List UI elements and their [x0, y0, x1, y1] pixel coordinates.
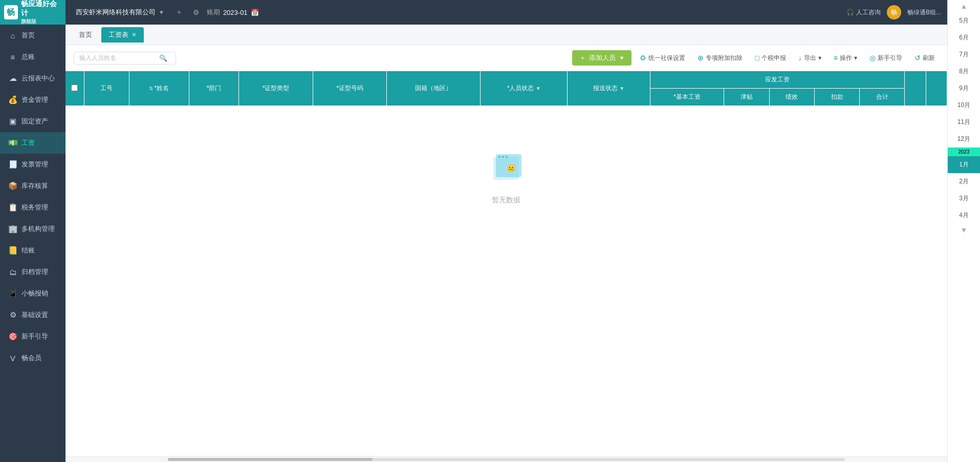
sidebar-item-home[interactable]: ⌂ 首页 — [0, 25, 66, 46]
sidebar: 畅 畅应通好会计 旗舰版 ⌂ 首页 ≡ 总账 ☁ 云报表中心 💰 资金管理 ▣ … — [0, 0, 66, 462]
finance-icon: 💰 — [8, 95, 17, 104]
headset-icon: 🎧 — [846, 9, 854, 16]
content-area: 🔍 ＋ 添加人员 ▼ ⚙ 统一社保设置 ⊕ 专项附加扣除 □ 个税申报 ↓ — [66, 45, 947, 462]
search-input[interactable] — [79, 54, 156, 61]
sidebar-item-cloud-report[interactable]: ☁ 云报表中心 — [0, 68, 66, 89]
svg-text:😐: 😐 — [507, 164, 516, 173]
org-icon: 🏢 — [8, 224, 17, 234]
scroll-down-button[interactable]: ▼ — [948, 224, 980, 236]
horizontal-scrollbar[interactable] — [66, 456, 947, 462]
sidebar-item-invoice[interactable]: 🧾 发票管理 — [0, 154, 66, 175]
assets-icon: ▣ — [8, 117, 17, 126]
sidebar-item-label: 资金管理 — [21, 95, 48, 104]
tax-report-button[interactable]: □ 个税申报 — [751, 52, 790, 65]
inventory-icon: 📦 — [8, 181, 17, 191]
special-deduction-button[interactable]: ⊕ 专项附加扣除 — [693, 52, 747, 65]
toolbar: 🔍 ＋ 添加人员 ▼ ⚙ 统一社保设置 ⊕ 专项附加扣除 □ 个税申报 ↓ — [66, 45, 947, 71]
topbar: 西安虾米网络科技有限公司 ▼ ＋ ⚙ 账期 2023-01 📅 🎧 人工咨询 畅… — [66, 0, 947, 25]
sidebar-item-expense[interactable]: 📱 小畅报销 — [0, 283, 66, 304]
sidebar-item-label: 小畅报销 — [21, 289, 48, 298]
tab-home[interactable]: 首页 — [72, 27, 99, 43]
month-9[interactable]: 9月 — [948, 80, 980, 97]
select-all-checkbox[interactable] — [71, 85, 78, 91]
company-name: 西安虾米网络科技有限公司 — [76, 8, 156, 17]
month-4[interactable]: 4月 — [948, 207, 980, 224]
sidebar-item-label: 库存核算 — [21, 181, 48, 191]
empty-state: 😐 暂无数据 — [66, 106, 947, 246]
archive-icon: 🗂 — [8, 268, 17, 277]
sidebar-item-close-account[interactable]: 📒 结账 — [0, 240, 66, 261]
sidebar-item-label: 多机构管理 — [21, 224, 55, 234]
month-11[interactable]: 11月 — [948, 114, 980, 131]
th-person-status[interactable]: *人员状态 ▼ — [480, 71, 568, 106]
sidebar-item-label: 发票管理 — [21, 160, 48, 169]
calendar-icon[interactable]: 📅 — [251, 9, 259, 16]
th-id-number: *证型号码 — [313, 71, 387, 106]
sidebar-item-salary[interactable]: 💵 工资 — [0, 132, 66, 154]
sidebar-item-multi-org[interactable]: 🏢 多机构管理 — [0, 218, 66, 240]
logo-icon: 畅 — [4, 5, 18, 19]
month-12[interactable]: 12月 — [948, 131, 980, 148]
guide-label: 新手引导 — [878, 54, 902, 62]
tab-home-label: 首页 — [79, 30, 92, 39]
company-selector[interactable]: 西安虾米网络科技有限公司 ▼ — [72, 6, 168, 19]
company-dropdown-icon: ▼ — [159, 9, 164, 15]
export-button[interactable]: ↓ 导出 ▾ — [794, 52, 825, 65]
th-salary-group: 应发工资 — [650, 71, 905, 89]
th-name[interactable]: ⇅ *姓名 — [129, 71, 189, 106]
month-7[interactable]: 7月 — [948, 46, 980, 63]
user-avatar[interactable]: 畅 — [887, 5, 901, 19]
add-company-button[interactable]: ＋ — [172, 6, 186, 19]
sidebar-item-settings[interactable]: ⚙ 基础设置 — [0, 304, 66, 326]
person-status-filter-icon[interactable]: ▼ — [536, 86, 541, 91]
report-status-filter-icon[interactable]: ▼ — [619, 86, 624, 91]
sidebar-item-archive[interactable]: 🗂 归档管理 — [0, 261, 66, 283]
operations-button[interactable]: ≡ 操作 ▾ — [830, 52, 861, 65]
tax-label: 个税申报 — [761, 54, 786, 62]
scrollbar-thumb[interactable] — [168, 458, 373, 461]
export-icon: ↓ — [798, 54, 802, 62]
settings-icon[interactable]: ⚙ — [190, 6, 203, 18]
month-8[interactable]: 8月 — [948, 63, 980, 80]
month-10[interactable]: 10月 — [948, 97, 980, 114]
right-panel: ▲ 5月 6月 7月 8月 9月 10月 11月 12月 2023 1月 2月 … — [947, 0, 980, 462]
sidebar-item-tax[interactable]: 📋 税务管理 — [0, 197, 66, 218]
topbar-right: 🎧 人工咨询 畅 畅绿通B组... — [846, 5, 941, 19]
add-person-button[interactable]: ＋ 添加人员 ▼ — [572, 50, 631, 66]
add-button-label: 添加人员 — [589, 53, 616, 62]
support-button[interactable]: 🎧 人工咨询 — [846, 8, 881, 17]
svg-rect-3 — [502, 156, 504, 158]
sidebar-item-label: 云报表中心 — [21, 74, 55, 83]
month-6[interactable]: 6月 — [948, 29, 980, 46]
month-2[interactable]: 2月 — [948, 173, 980, 190]
user-name: 畅绿通B组... — [907, 8, 941, 17]
th-checkbox[interactable] — [66, 71, 84, 106]
scroll-up-button[interactable]: ▲ — [948, 0, 980, 12]
refresh-button[interactable]: ↺ 刷新 — [910, 52, 939, 65]
salary-table: 工号 ⇅ *姓名 *部门 *证型类型 — [66, 71, 947, 246]
sidebar-item-label: 总账 — [21, 52, 35, 61]
month-5[interactable]: 5月 — [948, 12, 980, 29]
sidebar-item-inventory[interactable]: 📦 库存核算 — [0, 175, 66, 197]
app-name: 畅应通好会计 — [21, 0, 62, 18]
sort-icon: ⇅ — [149, 86, 153, 91]
sidebar-item-label: 工资 — [21, 138, 35, 148]
month-3[interactable]: 3月 — [948, 190, 980, 207]
svg-rect-4 — [506, 156, 508, 158]
search-box[interactable]: 🔍 — [74, 52, 176, 65]
sidebar-item-ledger[interactable]: ≡ 总账 — [0, 46, 66, 68]
tab-close-icon[interactable]: ✕ — [132, 31, 137, 38]
month-1-active[interactable]: 1月 — [948, 156, 980, 173]
sidebar-item-finance[interactable]: 💰 资金管理 — [0, 89, 66, 111]
sidebar-item-fixed-assets[interactable]: ▣ 固定资产 — [0, 111, 66, 132]
guide-button[interactable]: ◎ 新手引导 — [865, 52, 906, 65]
th-report-status[interactable]: 报送状态 ▼ — [568, 71, 650, 106]
operations-label: 操作 — [840, 54, 852, 62]
social-security-button[interactable]: ⚙ 统一社保设置 — [636, 52, 689, 65]
tab-salary[interactable]: 工资表 ✕ — [101, 27, 144, 43]
table-container: 工号 ⇅ *姓名 *部门 *证型类型 — [66, 71, 947, 456]
ledger-icon: ≡ — [8, 53, 17, 61]
sidebar-item-vip[interactable]: V 畅会员 — [0, 347, 66, 369]
sidebar-item-guide[interactable]: 🎯 新手引导 — [0, 326, 66, 347]
period-label: 账期 — [207, 8, 220, 17]
